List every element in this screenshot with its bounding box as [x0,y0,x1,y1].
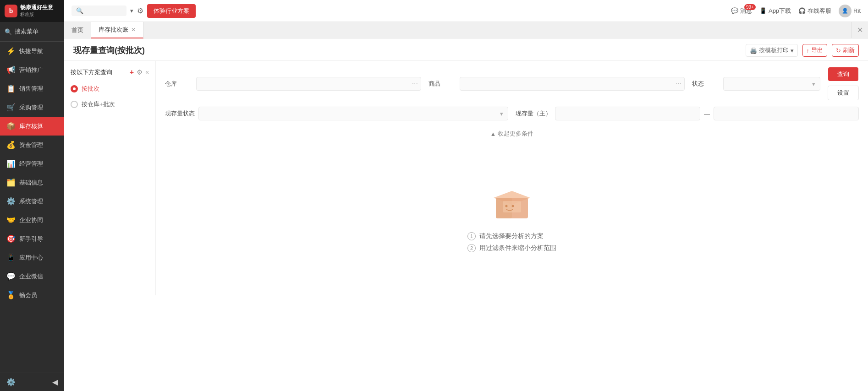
tab-close-icon[interactable]: ✕ [131,27,136,33]
empty-state: 1 请先选择要分析的方案 2 用过滤条件来缩小分析范围 [165,141,859,289]
collapse-up-icon: ▲ [490,130,496,137]
warehouse-label: 仓库 [165,80,192,88]
main-area: 🔍 ▾ ⚙ 体验行业方案 💬 消息 99+ 📱 App下载 🎧 在线客服 [64,0,868,391]
hint-text-2: 用过滤条件来缩小分析范围 [479,244,556,252]
online-service-label: 在线客服 [808,7,831,15]
filter-option-by-batch[interactable]: 按批次 [64,81,155,97]
sidebar-search-label: 搜索菜单 [15,27,38,36]
tab-panel-close-btn[interactable]: ✕ [852,22,868,38]
collapse-sidebar-icon[interactable]: ◀ [52,378,58,386]
sidebar-item-wechat[interactable]: 💬 企业微信 [0,267,64,286]
user-profile-btn[interactable]: 👤 Rit [839,5,861,17]
empty-hint-1: 1 请先选择要分析的方案 [467,232,556,240]
chevron-down-icon: ▾ [500,110,503,117]
filter-option-by-warehouse-batch[interactable]: 按仓库+批次 [64,97,155,112]
query-btn[interactable]: 查询 [828,67,858,81]
warehouse-input[interactable]: ··· [196,77,421,91]
sidebar-item-label: 基础信息 [19,179,43,187]
sidebar-item-label: 畅会员 [19,291,37,299]
collapse-more-btn[interactable]: ▲ 收起更多条件 [165,127,859,141]
topbar-search-box[interactable]: 🔍 [71,5,126,16]
sidebar-footer: ⚙️ ◀ [0,373,64,391]
system-icon: ⚙️ [6,197,16,206]
inventory-qty-to[interactable] [714,107,859,120]
trial-btn[interactable]: 体验行业方案 [147,4,196,18]
sidebar-item-member[interactable]: 🏅 畅会员 [0,286,64,304]
query-action-btns: 查询 设置 [828,67,859,100]
sidebar-item-basic[interactable]: 🗂️ 基础信息 [0,173,64,192]
inventory-qty-field: 现存量（主） — [516,107,859,120]
sidebar-search-area[interactable]: 🔍 搜索菜单 [0,22,64,42]
content-area: 现存量查询(按批次) 🖨️ 按模板打印 ▾ ↑ 导出 ↻ 刷新 [64,38,868,391]
messages-icon: 💬 [731,7,738,14]
tab-batch-account[interactable]: 库存批次账 ✕ [91,22,143,38]
filter-option-by-warehouse-batch-label: 按仓库+批次 [82,100,115,109]
topbar-left: 🔍 ▾ ⚙ 体验行业方案 [71,4,725,18]
print-btn[interactable]: 🖨️ 按模板打印 ▾ [746,44,798,57]
filter-panel: 按以下方案查询 + ⚙ « 按批次 按仓库+批次 [64,61,868,295]
radio-by-batch [71,85,78,92]
inventory-qty-from[interactable] [555,107,700,120]
warehouse-dots[interactable]: ··· [409,80,421,88]
export-btn[interactable]: ↑ 导出 [802,44,828,57]
sidebar-item-finance[interactable]: 💰 资金管理 [0,136,64,154]
hint-num-2: 2 [467,244,476,252]
sidebar-item-enterprise[interactable]: 🤝 企业协同 [0,211,64,229]
print-icon: 🖨️ [750,47,757,54]
product-field: 商品 ··· [429,77,685,91]
product-input[interactable]: ··· [460,77,685,91]
filter-settings-icon[interactable]: ⚙ [137,68,143,76]
collapse-more-label: 收起更多条件 [498,130,533,138]
sidebar-item-marketing[interactable]: 📢 营销推广 [0,60,64,79]
filter-add-icon[interactable]: + [130,68,134,76]
print-dropdown-icon: ▾ [791,47,794,54]
settings-icon[interactable]: ⚙️ [6,378,16,386]
online-service-btn[interactable]: 🎧 在线客服 [798,7,831,15]
product-label: 商品 [429,80,456,88]
inventory-qty-label: 现存量（主） [516,109,551,118]
sidebar-item-sales[interactable]: 📋 销售管理 [0,79,64,98]
tabbar: 首页 库存批次账 ✕ ✕ [64,22,868,38]
sidebar-item-apps[interactable]: 📱 应用中心 [0,248,64,267]
sidebar-search-btn[interactable]: 🔍 搜索菜单 [5,26,60,38]
status-label: 状态 [692,80,720,88]
app-download-btn[interactable]: 📱 App下载 [759,7,791,15]
sidebar-item-newbie[interactable]: 🎯 新手引导 [0,229,64,248]
member-icon: 🏅 [6,291,16,299]
topbar-gear-icon[interactable]: ⚙ [137,6,143,15]
newbie-icon: 🎯 [6,234,16,243]
inventory-status-label: 现存量状态 [165,109,195,118]
sidebar-item-purchase[interactable]: 🛒 采购管理 [0,98,64,117]
marketing-icon: 📢 [6,65,16,74]
messages-btn[interactable]: 💬 消息 99+ [731,7,752,15]
query-row-1: 仓库 ··· 商品 ··· 状态 [165,67,859,100]
app-version: 标准版 [20,11,53,18]
messages-badge: 99+ [744,4,756,10]
tab-home[interactable]: 首页 [64,22,91,38]
status-select[interactable]: ▾ [723,77,820,91]
refresh-btn[interactable]: ↻ 刷新 [832,44,859,57]
app-logo: b [5,5,17,17]
product-dots[interactable]: ··· [673,80,684,88]
warehouse-field: 仓库 ··· [165,77,421,91]
user-avatar-text: 👤 [842,8,848,14]
inventory-status-select[interactable]: ▾ [198,107,508,120]
search-icon: 🔍 [5,28,12,35]
filter-sidebar: 按以下方案查询 + ⚙ « 按批次 按仓库+批次 [64,61,156,295]
filter-collapse-icon[interactable]: « [145,68,149,76]
topbar-dropdown-btn[interactable]: ▾ [130,7,133,14]
settings-btn[interactable]: 设置 [828,86,859,100]
finance-icon: 💰 [6,141,16,149]
svg-point-5 [512,205,514,207]
empty-svg [489,177,535,223]
inventory-icon: 📦 [6,122,16,130]
status-field: 状态 ▾ [692,77,820,91]
sidebar-item-system[interactable]: ⚙️ 系统管理 [0,192,64,211]
page-actions: 🖨️ 按模板打印 ▾ ↑ 导出 ↻ 刷新 [746,44,859,57]
sidebar-item-inventory[interactable]: 📦 库存核算 [0,117,64,136]
sidebar-item-quicknav[interactable]: ⚡ 快捷导航 [0,42,64,60]
sidebar-item-label: 应用中心 [19,254,43,262]
sidebar-item-label: 库存核算 [19,122,43,130]
sidebar-item-operation[interactable]: 📊 经营管理 [0,154,64,173]
app-title-block: 畅康通好生意 标准版 [20,4,53,18]
